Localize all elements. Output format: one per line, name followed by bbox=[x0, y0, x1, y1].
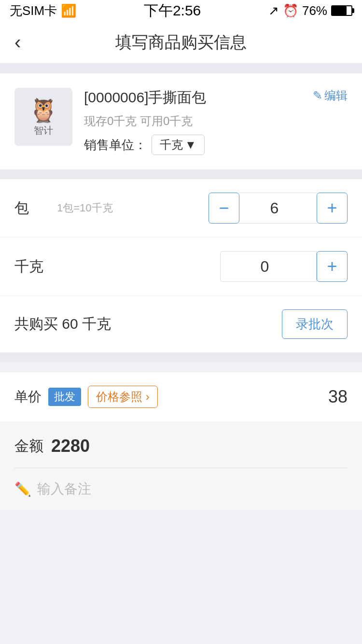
back-button[interactable]: ‹ bbox=[14, 31, 43, 53]
carrier-text: 无SIM卡 bbox=[10, 2, 57, 19]
product-info: [0000006]手撕面包 ✎ 编辑 现存0千克 可用0千克 销售单位： 千克 … bbox=[84, 88, 348, 155]
package-quantity-input[interactable] bbox=[239, 193, 317, 224]
amount-value: 2280 bbox=[51, 436, 90, 456]
package-plus-button[interactable]: + bbox=[317, 193, 348, 224]
chevron-down-icon: ▼ bbox=[185, 138, 196, 152]
nav-bar: ‹ 填写商品购买信息 bbox=[0, 21, 362, 64]
divider-price bbox=[0, 352, 362, 362]
unit-select[interactable]: 千克 ▼ bbox=[152, 135, 205, 155]
remark-row[interactable]: ✏️ 输入备注 bbox=[14, 468, 348, 510]
alarm-icon: ⏰ bbox=[283, 3, 298, 18]
package-row: 包 1包=10千克 − + bbox=[0, 179, 362, 238]
battery-percent: 76% bbox=[302, 3, 327, 18]
form-section: 包 1包=10千克 − + 千克 + 共购买 60 千克 录批次 bbox=[0, 179, 362, 352]
battery-icon bbox=[331, 5, 352, 16]
total-row: 共购买 60 千克 录批次 bbox=[0, 296, 362, 352]
amount-section: 金额 2280 ✏️ 输入备注 bbox=[0, 421, 362, 510]
product-stock: 现存0千克 可用0千克 bbox=[84, 113, 348, 129]
amount-row: 金额 2280 bbox=[14, 436, 348, 468]
status-right: ↗ ⏰ 76% bbox=[268, 3, 352, 18]
location-icon: ↗ bbox=[268, 3, 279, 18]
pencil-icon: ✏️ bbox=[14, 481, 31, 497]
status-bar: 无SIM卡 📶 下午2:56 ↗ ⏰ 76% bbox=[0, 0, 362, 21]
record-batch-button[interactable]: 录批次 bbox=[282, 309, 348, 339]
package-label: 包 bbox=[14, 198, 53, 218]
package-quantity-control: − + bbox=[209, 193, 348, 224]
price-reference-button[interactable]: 价格参照 › bbox=[88, 386, 158, 408]
total-label: 共购买 60 千克 bbox=[14, 314, 111, 334]
product-unit-row: 销售单位： 千克 ▼ bbox=[84, 135, 348, 155]
price-label: 单价 bbox=[14, 388, 42, 406]
amount-label: 金额 bbox=[14, 436, 43, 456]
product-card: 🦉 智计 [0000006]手撕面包 ✎ 编辑 现存0千克 可用0千克 销售单位… bbox=[0, 73, 362, 169]
page-title: 填写商品购买信息 bbox=[115, 31, 247, 54]
product-image: 🦉 智计 bbox=[14, 88, 72, 146]
unit-value: 千克 bbox=[160, 137, 183, 153]
kilogram-row: 千克 + bbox=[0, 238, 362, 296]
status-time: 下午2:56 bbox=[144, 1, 201, 21]
kilogram-quantity-control: + bbox=[220, 251, 348, 282]
edit-label: 编辑 bbox=[324, 88, 348, 103]
divider-mid bbox=[0, 169, 362, 179]
remark-placeholder: 输入备注 bbox=[37, 480, 91, 498]
product-logo-icon: 🦉 bbox=[29, 97, 58, 124]
price-tag: 批发 bbox=[48, 388, 81, 406]
package-minus-button[interactable]: − bbox=[209, 193, 239, 224]
empty-area bbox=[0, 510, 362, 644]
package-hint: 1包=10千克 bbox=[57, 201, 209, 215]
kilogram-quantity-input[interactable] bbox=[220, 251, 317, 282]
price-row: 单价 批发 价格参照 › 38 bbox=[14, 386, 348, 408]
edit-button[interactable]: ✎ 编辑 bbox=[313, 88, 348, 103]
product-logo-label: 智计 bbox=[34, 124, 53, 137]
edit-icon: ✎ bbox=[313, 89, 322, 102]
status-left: 无SIM卡 📶 bbox=[10, 2, 76, 19]
price-value: 38 bbox=[328, 387, 348, 407]
divider-top bbox=[0, 64, 362, 73]
kilogram-plus-button[interactable]: + bbox=[317, 251, 348, 282]
wifi-icon: 📶 bbox=[61, 3, 76, 18]
kilogram-label: 千克 bbox=[14, 257, 53, 277]
price-section: 单价 批发 价格参照 › 38 bbox=[0, 372, 362, 421]
product-name: [0000006]手撕面包 bbox=[84, 88, 206, 108]
unit-label: 销售单位： bbox=[84, 137, 147, 154]
